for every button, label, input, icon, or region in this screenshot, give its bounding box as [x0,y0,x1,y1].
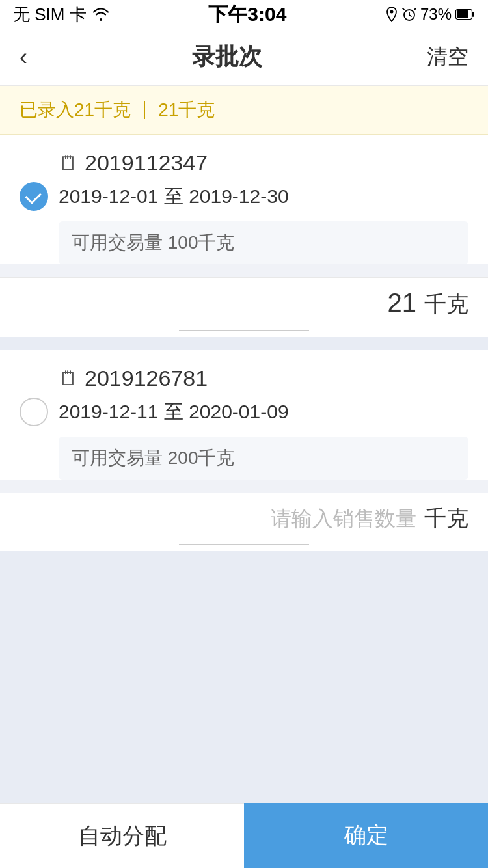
batch-icon-1: 🗒 [59,152,78,174]
batch-date-row-1[interactable]: 2019-12-01 至 2019-12-30 [20,182,468,211]
status-right: 73% [385,5,475,23]
carrier-label: 无 SIM 卡 [13,3,87,26]
location-icon [385,7,398,22]
amount-unit-1: 千克 [424,290,468,319]
batch-header-1: 🗒 2019112347 [20,150,468,176]
amount-underline-1 [179,330,309,331]
batch-date-2: 2019-12-11 至 2020-01-09 [59,399,289,426]
confirm-button[interactable]: 确定 [244,803,488,868]
batch-id-1: 2019112347 [85,150,208,176]
amount-underline-2 [179,544,309,545]
alarm-icon [402,7,416,22]
divider-wrapper-1 [0,330,488,337]
status-time: 下午3:04 [208,1,286,28]
status-left: 无 SIM 卡 [13,3,110,26]
divider-wrapper-2 [0,544,488,551]
battery-label: 73% [420,5,452,23]
batch-availability-1: 可用交易量 100千克 [59,221,468,264]
amount-row-1: 21 千克 [0,277,488,330]
batch-item-2: 🗒 2019126781 2019-12-11 至 2020-01-09 可用交… [0,350,488,480]
batch-header-2: 🗒 2019126781 [20,366,468,391]
batch-id-2: 2019126781 [85,366,208,391]
summary-value: 21千克 [158,98,215,122]
summary-divider [144,101,145,119]
input-row-2: 千克 [0,493,488,544]
svg-rect-3 [457,10,468,18]
gray-area [0,551,488,811]
qty-input-2[interactable] [182,507,416,531]
status-bar: 无 SIM 卡 下午3:04 73% [0,0,488,29]
summary-bar: 已录入21千克 21千克 [0,86,488,135]
batch-separator [0,337,488,350]
input-row-wrapper-2: 千克 [0,493,488,551]
radio-button-1[interactable] [20,182,48,211]
batch-icon-2: 🗒 [59,368,78,390]
summary-label: 已录入21千克 [20,98,131,122]
radio-button-2[interactable] [20,398,48,426]
battery-icon [455,9,475,20]
input-unit-2: 千克 [424,504,468,534]
svg-point-0 [390,10,393,14]
amount-number-1: 21 [388,288,417,318]
batch-availability-2: 可用交易量 200千克 [59,437,468,480]
back-button[interactable]: ‹ [20,44,27,71]
auto-distribute-button[interactable]: 自动分配 [0,803,244,868]
batch-item-1: 🗒 2019112347 2019-12-01 至 2019-12-30 可用交… [0,135,488,264]
page-title: 录批次 [192,41,262,73]
wifi-icon [92,7,110,21]
clear-button[interactable]: 清空 [427,43,468,72]
batch-date-1: 2019-12-01 至 2019-12-30 [59,183,289,210]
batch-date-row-2[interactable]: 2019-12-11 至 2020-01-09 [20,398,468,426]
bottom-bar: 自动分配 确定 [0,803,488,868]
nav-bar: ‹ 录批次 清空 [0,29,488,86]
